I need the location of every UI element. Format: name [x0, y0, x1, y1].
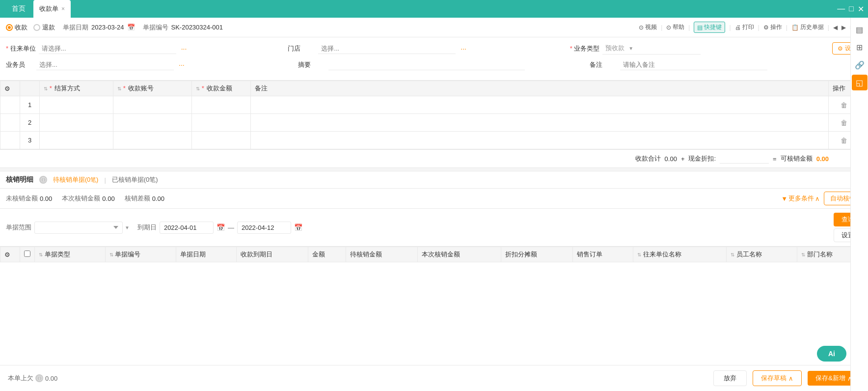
th-account[interactable]: ⇅ * 收款账号 [113, 81, 192, 96]
close-btn[interactable]: ✕ [858, 4, 864, 14]
ai-float-btn[interactable]: Ai [817, 346, 846, 362]
bt-th-bill-number[interactable]: ⇅ 单据编号 [105, 247, 176, 262]
shop-more-btn[interactable]: ··· [459, 45, 468, 53]
bt-th-bill-type[interactable]: ⇅ 单据类型 [35, 247, 106, 262]
bt-th-pending[interactable]: 待核销金额 [346, 247, 417, 262]
row3-note[interactable] [251, 132, 829, 149]
biz-type-label: 业务类型 [570, 44, 600, 53]
row1-delete-icon[interactable]: 🗑 [841, 101, 847, 109]
row3-amount[interactable] [192, 132, 251, 149]
note-input[interactable] [620, 59, 767, 70]
diff-value: 0.00 [152, 195, 164, 202]
radio-receipt-label: 收款 [15, 23, 27, 32]
bt-th-check[interactable] [20, 247, 35, 262]
more-conditions-btn[interactable]: ▼ 更多条件 ∧ [781, 194, 820, 203]
staff-input[interactable] [36, 59, 174, 70]
biz-type-select[interactable]: 预收款 ▼ [602, 42, 701, 55]
bottom-table: ⚙ ⇅ 单据类型 ⇅ 单据编号 单据日期 [0, 247, 868, 262]
hexiao-info-icon[interactable]: ⓘ [39, 176, 47, 184]
row2-account[interactable] [113, 114, 192, 132]
row3-account[interactable] [113, 132, 192, 149]
right-sidebar: ▤ ⊞ 🔗 ◱ [850, 18, 868, 391]
radio-refund-label: 退款 [42, 23, 55, 32]
date-from-calendar-icon[interactable]: 📅 [217, 223, 225, 231]
bt-th-due-date[interactable]: 收款到期日 [236, 247, 308, 262]
total-value: 0.00 [665, 155, 677, 163]
row1-account[interactable] [113, 96, 192, 114]
save-draft-btn[interactable]: 保存草稿 ∧ [753, 370, 802, 386]
row1-settle[interactable] [40, 96, 113, 114]
tab-sep: | [104, 176, 106, 184]
video-btn[interactable]: ⊙ 视频 [639, 23, 657, 31]
restore-btn[interactable]: □ [849, 4, 854, 14]
sidebar-table-icon[interactable]: ▤ [852, 22, 868, 37]
th-setting[interactable]: ⚙ [0, 81, 20, 96]
history-btn[interactable]: 📋 历史单据 [791, 23, 824, 31]
summary-input[interactable] [328, 59, 525, 70]
calendar-icon[interactable]: 📅 [127, 24, 135, 31]
th-amount[interactable]: ⇅ * 收款金额 [192, 81, 251, 96]
row3-settle[interactable] [40, 132, 113, 149]
partner-more-btn[interactable]: ··· [179, 45, 189, 53]
sidebar-expand-icon[interactable]: ◱ [852, 75, 868, 90]
diff-label: 核销差额 [125, 194, 150, 203]
bt-th-discount[interactable]: 折扣分摊额 [501, 247, 572, 262]
bt-th-partner[interactable]: ⇅ 往来单位名称 [633, 247, 727, 262]
bt-th-bill-number-label: 单据编号 [115, 251, 140, 258]
row2-amount[interactable] [192, 114, 251, 132]
nav-next-icon[interactable]: ▶ [841, 24, 846, 31]
pending-tab[interactable]: 待核销单据(0笔) [53, 175, 98, 184]
bottom-table-area: ⚙ ⇅ 单据类型 ⇅ 单据编号 单据日期 [0, 247, 868, 365]
row2-settle[interactable] [40, 114, 113, 132]
row2-note[interactable] [251, 114, 829, 132]
footer-info-icon[interactable]: ⓘ [35, 374, 43, 382]
current-value: 0.00 [102, 195, 114, 202]
shortcut-btn[interactable]: ▤ 快捷键 [694, 22, 725, 33]
row3-delete-icon[interactable]: 🗑 [841, 137, 847, 144]
done-tab[interactable]: 已核销单据(0笔) [112, 175, 158, 184]
bt-th-bill-date[interactable]: 单据日期 [176, 247, 236, 262]
bt-th-amount[interactable]: 金额 [308, 247, 346, 262]
help-btn[interactable]: ⊙ 帮助 [666, 23, 684, 31]
bt-th-sales-order[interactable]: 销售订单 [572, 247, 633, 262]
print-btn[interactable]: 🖨 打印 [735, 23, 754, 31]
summary-field: 摘要 [298, 59, 570, 70]
radio-receipt[interactable]: 收款 [6, 23, 27, 32]
partner-field: 往来单位 ··· [6, 43, 268, 54]
sidebar-link-icon[interactable]: 🔗 [852, 57, 868, 73]
tab-close-icon[interactable]: × [61, 5, 65, 12]
setting-gear-icon: ⚙ [838, 45, 843, 52]
date-to-input[interactable] [237, 222, 291, 234]
row2-delete-icon[interactable]: 🗑 [841, 119, 847, 127]
abandon-btn[interactable]: 放弃 [713, 370, 747, 386]
select-all-checkbox[interactable] [24, 251, 30, 257]
partner-input[interactable] [39, 43, 176, 54]
th-note[interactable]: 备注 [251, 81, 829, 96]
bt-th-setting[interactable]: ⚙ [0, 247, 20, 262]
staff-more-btn[interactable]: ··· [177, 61, 187, 69]
row2-setting [0, 114, 20, 132]
th-settle[interactable]: ⇅ * 结算方式 [40, 81, 113, 96]
tab-home[interactable]: 首页 [4, 0, 33, 18]
sidebar-grid-icon[interactable]: ⊞ [852, 39, 868, 55]
sep3: | [729, 24, 731, 31]
unverified-value: 0.00 [40, 195, 52, 202]
bt-th-current[interactable]: 本次核销金额 [418, 247, 501, 262]
nav-prev-icon[interactable]: ◀ [833, 24, 838, 31]
minimize-btn[interactable]: — [837, 4, 845, 14]
date-from-input[interactable] [160, 222, 214, 234]
operate-btn[interactable]: ⚙ 操作 [763, 23, 782, 31]
radio-refund[interactable]: 退款 [33, 23, 55, 32]
range-select[interactable] [34, 222, 123, 234]
row1-note[interactable] [251, 96, 829, 114]
section-divider [0, 168, 868, 171]
shop-input[interactable] [318, 43, 456, 54]
range-select-wrapper: ▼ [34, 222, 130, 234]
discount-input[interactable] [720, 154, 769, 164]
radio-refund-circle [33, 24, 40, 31]
tab-receipt[interactable]: 收款单 × [33, 0, 71, 18]
row1-amount[interactable] [192, 96, 251, 114]
bt-th-staff[interactable]: ⇅ 员工名称 [727, 247, 797, 262]
date-to-calendar-icon[interactable]: 📅 [294, 223, 302, 231]
table-row: 2 🗑 ⊞ [0, 114, 868, 132]
